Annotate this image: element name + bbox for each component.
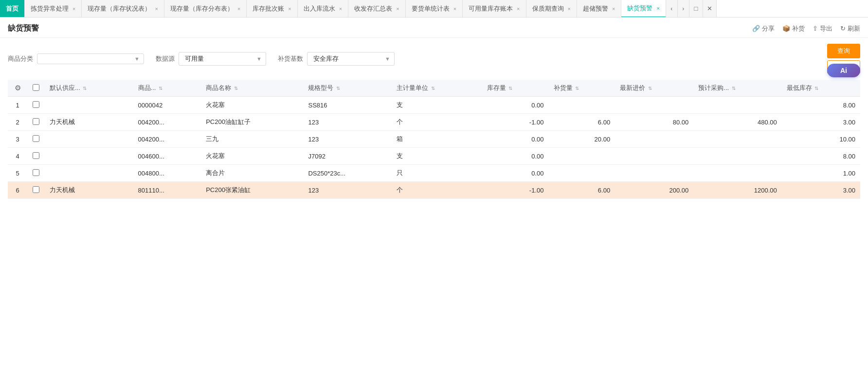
cell-stock: 0.00 bbox=[482, 165, 549, 182]
cell-estimated: 1200.00 bbox=[693, 182, 782, 199]
replenish-button[interactable]: 📦 补货 bbox=[782, 24, 805, 33]
category-select[interactable]: ▼ bbox=[37, 53, 144, 64]
col-min-stock: 最低库存 ⇅ bbox=[782, 80, 860, 97]
tab-next-button[interactable]: › bbox=[678, 0, 689, 18]
tab-inventory-status-close[interactable]: × bbox=[155, 6, 158, 12]
tab-expiry[interactable]: 保质期查询 × bbox=[526, 0, 577, 18]
col-unit-sort-icon[interactable]: ⇅ bbox=[431, 86, 435, 91]
refresh-button[interactable]: ↻ 刷新 bbox=[840, 24, 860, 33]
refresh-label: 刷新 bbox=[848, 24, 860, 33]
cell-latest-price bbox=[615, 131, 693, 148]
tab-bar: 首页 拣货异常处理 × 现存量（库存状况表） × 现存量（库存分布表） × 库存… bbox=[0, 0, 868, 18]
cell-checkbox[interactable] bbox=[27, 114, 45, 131]
col-supplier-sort-icon[interactable]: ⇅ bbox=[83, 86, 87, 91]
replenish-basis-label: 补货基数 bbox=[278, 54, 303, 63]
col-unit: 主计量单位 ⇅ bbox=[392, 80, 482, 97]
col-replenish-qty-sort-icon[interactable]: ⇅ bbox=[575, 86, 579, 91]
cell-checkbox[interactable] bbox=[27, 97, 45, 114]
share-button[interactable]: 🔗 分享 bbox=[752, 24, 775, 33]
cell-replenish-qty: 20.00 bbox=[549, 131, 615, 148]
tab-requisition[interactable]: 要货单统计表 × bbox=[406, 0, 463, 18]
cell-estimated: 480.00 bbox=[693, 114, 782, 131]
page-header: 缺货预警 🔗 分享 📦 补货 ⇧ 导出 ↻ 刷新 bbox=[0, 18, 868, 38]
col-latest-price-sort-icon[interactable]: ⇅ bbox=[648, 86, 652, 91]
tab-flow[interactable]: 出入库流水 × bbox=[298, 0, 348, 18]
ai-button[interactable]: Ai bbox=[827, 64, 860, 77]
cell-latest-price bbox=[615, 165, 693, 182]
cell-stock: 0.00 bbox=[482, 131, 549, 148]
row-checkbox[interactable] bbox=[33, 186, 39, 193]
col-replenish-qty: 补货量 ⇅ bbox=[549, 80, 615, 97]
cell-code: 004600... bbox=[133, 148, 201, 165]
tab-close-button[interactable]: ✕ bbox=[703, 0, 717, 18]
col-stock: 库存量 ⇅ bbox=[482, 80, 549, 97]
tab-home[interactable]: 首页 bbox=[0, 0, 25, 18]
replenish-basis-value: 安全库存 bbox=[311, 54, 341, 63]
col-estimated: 预计采购... ⇅ bbox=[693, 80, 782, 97]
cell-stock: 0.00 bbox=[482, 148, 549, 165]
col-name-sort-icon[interactable]: ⇅ bbox=[234, 86, 238, 91]
cell-checkbox[interactable] bbox=[27, 148, 45, 165]
tab-picking-close[interactable]: × bbox=[72, 6, 75, 12]
col-code-sort-icon[interactable]: ⇅ bbox=[159, 86, 163, 91]
row-checkbox[interactable] bbox=[33, 169, 39, 176]
cell-code: 004200... bbox=[133, 131, 201, 148]
tab-requisition-close[interactable]: × bbox=[453, 6, 456, 12]
query-button[interactable]: 查询 bbox=[827, 44, 860, 58]
replenish-basis-select[interactable]: 安全库存 ▼ bbox=[307, 52, 395, 66]
table-row: 1 0000042 火花塞 SS816 支 0.00 8.00 bbox=[8, 97, 860, 114]
tab-prev-button[interactable]: ‹ bbox=[666, 0, 678, 18]
cell-code: 004800... bbox=[133, 165, 201, 182]
col-stock-sort-icon[interactable]: ⇅ bbox=[508, 86, 512, 91]
select-all-checkbox[interactable] bbox=[33, 84, 39, 91]
cell-unit: 箱 bbox=[392, 131, 482, 148]
export-label: 导出 bbox=[820, 24, 832, 33]
tab-available[interactable]: 可用量库存账本 × bbox=[463, 0, 526, 18]
tab-overstock[interactable]: 超储预警 × bbox=[577, 0, 621, 18]
tab-batch-account[interactable]: 库存批次账 × bbox=[247, 0, 297, 18]
tab-picking[interactable]: 拣货异常处理 × bbox=[25, 0, 82, 18]
settings-icon[interactable]: ⚙ bbox=[15, 84, 21, 92]
col-min-stock-sort-icon[interactable]: ⇅ bbox=[814, 86, 818, 91]
tab-inventory-dist-close[interactable]: × bbox=[237, 6, 240, 12]
tab-expiry-close[interactable]: × bbox=[568, 6, 571, 12]
tab-flow-close[interactable]: × bbox=[339, 6, 342, 12]
tab-receipt-close[interactable]: × bbox=[396, 6, 399, 12]
col-unit-label: 主计量单位 bbox=[397, 84, 428, 91]
col-estimated-sort-icon[interactable]: ⇅ bbox=[732, 86, 736, 91]
tab-available-label: 可用量库存账本 bbox=[469, 4, 513, 13]
tab-inventory-status[interactable]: 现存量（库存状况表） × bbox=[82, 0, 164, 18]
tab-available-close[interactable]: × bbox=[517, 6, 520, 12]
export-button[interactable]: ⇧ 导出 bbox=[813, 24, 832, 33]
row-checkbox[interactable] bbox=[33, 152, 39, 159]
cell-checkbox[interactable] bbox=[27, 165, 45, 182]
col-replenish-qty-label: 补货量 bbox=[554, 84, 573, 91]
tab-shortage[interactable]: 缺货预警 × bbox=[621, 0, 666, 18]
col-spec-sort-icon[interactable]: ⇅ bbox=[336, 86, 340, 91]
tab-receipt[interactable]: 收发存汇总表 × bbox=[348, 0, 405, 18]
tab-shortage-close[interactable]: × bbox=[656, 5, 659, 11]
tab-inventory-dist[interactable]: 现存量（库存分布表） × bbox=[164, 0, 247, 18]
cell-unit: 支 bbox=[392, 97, 482, 114]
tab-overstock-close[interactable]: × bbox=[612, 6, 615, 12]
filter-category-group: 商品分类 ▼ bbox=[8, 53, 144, 64]
tab-inventory-status-label: 现存量（库存状况表） bbox=[88, 4, 151, 13]
table-body: 1 0000042 火花塞 SS816 支 0.00 8.00 2 力天机械 0… bbox=[8, 97, 860, 199]
cell-name: 火花塞 bbox=[201, 148, 303, 165]
cell-min-stock: 10.00 bbox=[782, 131, 860, 148]
cell-checkbox[interactable] bbox=[27, 131, 45, 148]
cell-estimated bbox=[693, 131, 782, 148]
cell-unit: 支 bbox=[392, 148, 482, 165]
category-arrow-icon: ▼ bbox=[134, 56, 140, 62]
table-row: 2 力天机械 004200... PC200油缸缸子 123 个 -1.00 6… bbox=[8, 114, 860, 131]
row-checkbox[interactable] bbox=[33, 118, 39, 125]
header-actions: 🔗 分享 📦 补货 ⇧ 导出 ↻ 刷新 bbox=[752, 24, 860, 33]
col-name-label: 商品名称 bbox=[206, 84, 231, 91]
cell-checkbox[interactable] bbox=[27, 182, 45, 199]
row-checkbox[interactable] bbox=[33, 135, 39, 142]
row-checkbox[interactable] bbox=[33, 101, 39, 108]
cell-unit: 个 bbox=[392, 114, 482, 131]
tab-restore-button[interactable]: □ bbox=[689, 0, 703, 18]
datasource-select[interactable]: 可用量 ▼ bbox=[179, 52, 266, 66]
tab-batch-close[interactable]: × bbox=[288, 6, 291, 12]
